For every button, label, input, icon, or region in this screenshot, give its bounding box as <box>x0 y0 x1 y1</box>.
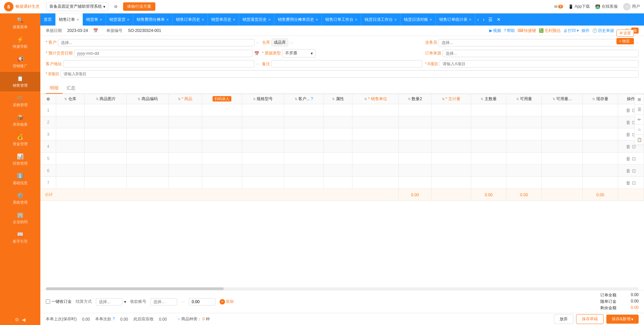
delivery-input[interactable] <box>74 50 253 57</box>
close-icon[interactable]: ✕ <box>201 18 204 22</box>
tab-home[interactable]: 首页 <box>40 13 55 26</box>
th-scan[interactable]: 扫码录入 <box>202 94 242 104</box>
delete-icon[interactable]: 🗑 <box>626 168 631 173</box>
quick-settle-input[interactable] <box>46 299 50 304</box>
tab-order-history[interactable]: 销售订单历史 ✕ <box>173 13 208 26</box>
th-warehouse[interactable]: ⇅ 仓库 <box>56 94 85 104</box>
address-more-icon[interactable]: ··· <box>256 62 259 66</box>
close-icon[interactable]: ✕ <box>166 18 169 22</box>
scan-btn[interactable]: 扫码录入 <box>213 96 231 101</box>
tab-summary[interactable]: 汇总 <box>63 83 79 94</box>
sidebar-collapse-icon[interactable]: ◀ <box>22 317 26 322</box>
right-tool-3[interactable]: ✏ <box>635 115 644 125</box>
tab-return-history[interactable]: 销货退货历史 ✕ <box>239 13 274 26</box>
profit-btn[interactable]: 💹 毛利预估 <box>539 28 561 34</box>
save-new-btn[interactable]: 保存&新增 ▾ <box>606 315 639 324</box>
app-download-btn[interactable]: 📱 App下载 <box>568 4 590 9</box>
account-more-icon[interactable]: ··· <box>181 299 185 304</box>
tab-daily-account[interactable]: 钱货日清对账 ✕ <box>401 13 436 26</box>
shortcut-btn[interactable]: ⌨ 快捷键 <box>518 28 536 34</box>
th-attr[interactable]: ⇅ 属性 <box>324 94 352 104</box>
th-qty2[interactable]: ⇅ 数量2 <box>399 94 431 104</box>
add-payment-btn[interactable]: + 添加 <box>220 299 234 304</box>
th-current[interactable]: ⇅ 现存量 <box>582 94 618 104</box>
tab-daily-work[interactable]: 钱货日清工作台 ✕ <box>361 13 401 26</box>
th-spec[interactable]: ⇅ 规格型号 <box>242 94 284 104</box>
right-tool-1[interactable]: ⊞ <box>635 94 644 105</box>
customer-more-icon[interactable]: ··· <box>256 40 259 45</box>
close-icon[interactable]: ✕ <box>355 18 357 22</box>
close-icon[interactable]: ✕ <box>429 18 432 22</box>
sidebar-item-marketing[interactable]: 📢 营销推广 <box>0 52 40 72</box>
sidebar-settings-icon[interactable]: ⚙ <box>15 317 19 322</box>
print-btn[interactable]: 🖨 打印 ▾ <box>563 28 579 34</box>
copy-icon[interactable]: ⊡ <box>632 156 636 161</box>
right-tool-4[interactable]: ☆ <box>635 125 644 135</box>
warehouse-more-icon[interactable]: ··· <box>290 40 293 45</box>
add-field-btn[interactable]: + 物流 <box>616 38 634 44</box>
copy-icon[interactable]: ⊡ <box>632 168 636 173</box>
delete-icon[interactable]: 🗑 <box>626 108 631 113</box>
sidebar-item-system[interactable]: ⚙️ 系统管理 <box>0 189 40 208</box>
delivery-calendar-icon[interactable]: 📅 <box>254 51 259 56</box>
sidebar-item-search[interactable]: 🔍 搜索菜单 <box>0 13 40 33</box>
message-btn[interactable]: ✉ 9 9 <box>554 4 563 9</box>
tab-next-btn[interactable]: › <box>481 17 487 22</box>
staff-more-icon[interactable]: ··· <box>635 40 639 45</box>
th-settings[interactable]: ⚙ <box>41 94 56 104</box>
calendar-icon[interactable]: 📅 <box>93 28 98 33</box>
sidebar-item-quicknav[interactable]: ⚡ 快捷导航 <box>0 33 40 52</box>
close-icon[interactable]: ✕ <box>394 18 397 22</box>
staff-input[interactable] <box>439 39 634 46</box>
close-icon[interactable]: ✕ <box>469 18 471 22</box>
remark-input[interactable] <box>271 60 422 68</box>
close-icon[interactable]: ✕ <box>127 18 129 22</box>
settings-icon[interactable]: ⚙ <box>111 2 120 11</box>
tab-goods-history[interactable]: 销货单历史 ✕ <box>208 13 239 26</box>
help-btn[interactable]: ? 帮助 <box>504 28 515 34</box>
tab-return[interactable]: 销货退货 ✕ <box>106 13 133 26</box>
tab-close-all-btn[interactable]: ✕ <box>495 17 503 22</box>
horizontal-scrollbar[interactable] <box>46 287 639 290</box>
sidebar-item-enterprise[interactable]: 🏢 企业协同 <box>0 208 40 228</box>
delete-icon[interactable]: 🗑 <box>626 156 631 161</box>
th-goods[interactable]: ⇅ * 商品 <box>168 94 202 104</box>
tab-sales-order[interactable]: 销售订单 ✕ <box>55 13 83 26</box>
th-customer[interactable]: ⇅ 客户... ? <box>284 94 324 104</box>
customer-input[interactable] <box>58 39 255 46</box>
tab-sales-goods[interactable]: 销货单 ✕ <box>83 13 106 26</box>
operate-btn[interactable]: 操作 <box>581 28 590 34</box>
invoice-select[interactable]: 不开票 ▾ <box>282 49 316 57</box>
view-btn[interactable]: ▶ 视频 <box>489 28 501 34</box>
tab-workbench[interactable]: 销售订单工作台 ✕ <box>322 13 361 26</box>
settings-field-btn[interactable]: ⚙ 设置 <box>616 30 634 37</box>
copy-icon[interactable]: ⊡ <box>632 180 636 186</box>
tab-detail[interactable]: 明细 <box>46 83 63 94</box>
discard-btn[interactable]: 放弃 <box>554 314 573 324</box>
right-tool-2[interactable]: ☰ <box>635 105 644 115</box>
delete-icon[interactable]: 🗑 <box>626 144 631 149</box>
close-icon[interactable]: ✕ <box>233 18 235 22</box>
th-goods-img[interactable]: ⇅ 商品图片 <box>85 94 127 104</box>
sidebar-item-sales[interactable]: 📋 销售管理 <box>0 72 40 91</box>
a-project-input[interactable] <box>440 60 639 68</box>
delete-icon[interactable]: 🗑 <box>626 180 631 186</box>
sidebar-item-operation[interactable]: 📊 经营管理 <box>0 150 40 169</box>
address-input[interactable] <box>63 60 255 68</box>
th-main-unit[interactable]: ⇅ * 主计量 <box>431 94 471 104</box>
right-tool-5[interactable]: 📋 <box>635 135 644 145</box>
close-icon[interactable]: ✕ <box>268 18 271 22</box>
trial-btn[interactable]: 体验行业方案 <box>123 2 155 11</box>
order-source-input[interactable] <box>443 50 639 57</box>
history-btn[interactable]: 🕐 历史单据 <box>592 28 614 34</box>
app-selector[interactable]: 装备及固定资产辅助管理系统 ▾ <box>46 2 108 11</box>
sidebar-item-basic[interactable]: ℹ️ 基础信息 <box>0 169 40 189</box>
sidebar-item-guide[interactable]: 📖 新手引导 <box>0 228 40 247</box>
th-unit[interactable]: ⇅ * 销售单位 <box>352 94 399 104</box>
sidebar-item-finance[interactable]: 💰 资金管理 <box>0 130 40 150</box>
close-icon[interactable]: ✕ <box>315 18 318 22</box>
b-project-input[interactable] <box>61 70 639 78</box>
close-icon[interactable]: ✕ <box>76 18 79 22</box>
tab-stats[interactable]: 销售订单统计表 ✕ <box>436 13 475 26</box>
close-icon[interactable]: ✕ <box>100 18 102 22</box>
